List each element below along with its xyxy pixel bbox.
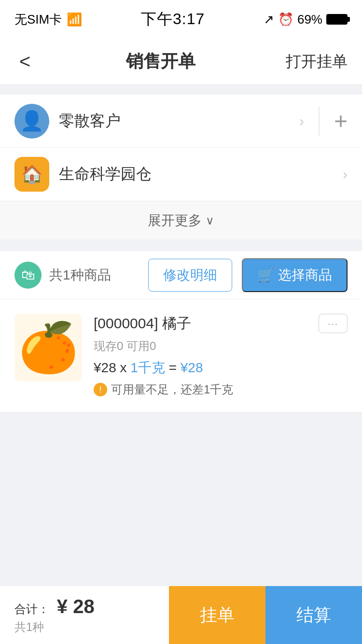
footer-total-row: 合计： ¥ 28 [14, 596, 154, 617]
product-title: [0000004] 橘子 [94, 314, 314, 334]
divider-2 [0, 239, 362, 251]
product-image: 🍊 [14, 314, 82, 381]
product-price-row: ¥28 x 1千克 = ¥28 [94, 359, 314, 377]
product-total: ¥28 [181, 360, 203, 375]
modify-detail-button[interactable]: 修改明细 [148, 259, 232, 292]
product-quantity[interactable]: 1千克 [130, 360, 165, 375]
warning-text: 可用量不足，还差1千克 [111, 382, 233, 397]
checkout-button[interactable]: 结算 [265, 586, 362, 644]
status-right: ↗ ⏰ 69% [264, 12, 348, 27]
expand-more-label: 展开更多 [148, 211, 202, 230]
product-thumbnail: 🍊 [18, 319, 79, 376]
product-info: [0000004] 橘子 现存0 可用0 ¥28 x 1千克 = ¥28 ! 可… [94, 314, 314, 397]
expand-more-button[interactable]: 展开更多 ∨ [0, 201, 362, 239]
battery-icon [326, 14, 348, 25]
footer-total: 合计： ¥ 28 共1种 [0, 596, 169, 635]
customer-name[interactable]: 零散客户 [59, 111, 299, 132]
product-code: [0000004] [94, 315, 158, 331]
product-count-text: 共1种商品 [49, 266, 148, 284]
footer-total-label: 合计： [14, 602, 49, 616]
warehouse-icon: 🏠 [14, 157, 49, 192]
product-name: 橘子 [162, 315, 191, 331]
carrier-text: 无SIM卡 [14, 11, 62, 28]
products-header: 🛍 共1种商品 修改明细 🛒 选择商品 [0, 251, 362, 299]
status-left: 无SIM卡 📶 [14, 11, 82, 28]
wifi-icon: 📶 [67, 12, 82, 27]
main-content-area [0, 412, 362, 605]
product-count-icon: 🛍 [14, 262, 42, 289]
customer-divider [319, 107, 320, 136]
equals-sign: = [169, 360, 181, 375]
footer-total-amount: ¥ 28 [57, 596, 95, 617]
customer-section: 👤 零散客户 › + [0, 95, 362, 148]
select-product-label: 选择商品 [278, 266, 332, 284]
customer-arrow-icon: › [299, 113, 304, 129]
status-time: 下午3:17 [141, 9, 205, 30]
product-stock: 现存0 可用0 [94, 338, 314, 354]
battery-text: 69% [297, 12, 322, 27]
alarm-icon: ⏰ [278, 12, 293, 27]
warehouse-name[interactable]: 生命科学园仓 [59, 164, 343, 185]
warehouse-arrow-icon: › [343, 166, 348, 182]
nav-bar: < 销售开单 打开挂单 [0, 39, 362, 85]
product-more-button[interactable]: ··· [319, 314, 348, 333]
divider-1 [0, 85, 362, 95]
footer-total-count: 共1种 [14, 619, 154, 635]
expand-chevron-icon: ∨ [206, 214, 214, 227]
hold-order-button[interactable]: 挂单 [169, 586, 265, 644]
page-title: 销售开单 [126, 50, 195, 73]
customer-avatar: 👤 [14, 104, 49, 139]
warehouse-section: 🏠 生命科学园仓 › [0, 148, 362, 201]
product-price: ¥28 [94, 360, 116, 375]
status-bar: 无SIM卡 📶 下午3:17 ↗ ⏰ 69% [0, 0, 362, 39]
add-customer-button[interactable]: + [334, 108, 348, 134]
back-button[interactable]: < [14, 46, 35, 77]
product-item: 🍊 [0000004] 橘子 现存0 可用0 ¥28 x 1千克 = ¥28 !… [0, 299, 362, 412]
location-icon: ↗ [264, 12, 274, 27]
footer: 合计： ¥ 28 共1种 挂单 结算 [0, 586, 362, 644]
shopping-bag-icon: 🛍 [21, 267, 35, 283]
cart-icon: 🛒 [257, 267, 274, 283]
product-warning: ! 可用量不足，还差1千克 [94, 382, 314, 397]
multiply-sign: x [120, 360, 131, 375]
select-product-button[interactable]: 🛒 选择商品 [242, 258, 348, 292]
warning-icon: ! [94, 383, 107, 396]
open-hold-button[interactable]: 打开挂单 [286, 51, 348, 72]
